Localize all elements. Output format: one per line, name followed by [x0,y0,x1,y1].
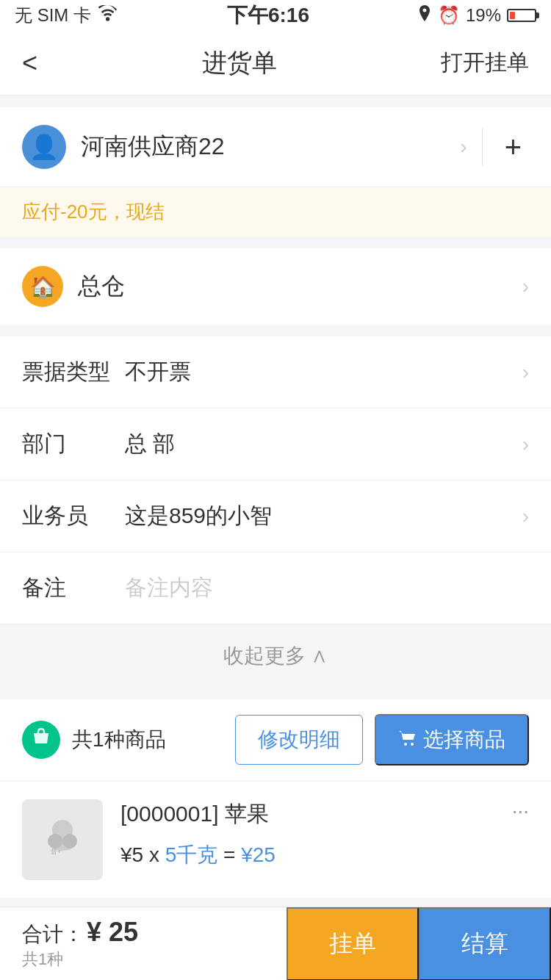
supplier-name: 河南供应商22 [81,131,460,163]
supplier-chevron-icon: › [460,135,467,159]
invoice-type-label: 票据类型 [22,357,110,387]
warehouse-icon-inner: 🏠 [30,275,56,299]
unit-price: ¥5 x [120,843,165,866]
svg-point-4 [48,834,62,849]
bottom-bar: 合计： ¥ 25 共1种 挂单 结算 [0,907,551,980]
hang-order-button[interactable]: 挂单 [287,907,419,981]
product-count-text: 共1种商品 [72,726,235,754]
invoice-type-chevron-icon: › [522,361,529,384]
total-amount: ¥ 25 [87,917,138,948]
invoice-type-row[interactable]: 票据类型 不开票 › [0,336,551,408]
status-time: 下午6:16 [227,1,309,29]
warehouse-chevron-icon: › [522,275,529,298]
supplier-divider [482,129,483,165]
location-icon [417,5,432,26]
product-bag-icon [31,727,51,753]
remark-row[interactable]: 备注 备注内容 [0,552,551,624]
select-product-label: 选择商品 [423,726,505,754]
warehouse-icon: 🏠 [22,266,63,307]
total-count: 共1种 [22,948,264,970]
battery-icon [507,9,536,22]
total-price: ¥25 [241,843,276,866]
edit-detail-button[interactable]: 修改明细 [235,715,363,765]
warehouse-name: 总仓 [78,270,522,303]
battery-percentage: 19% [466,5,501,26]
department-chevron-icon: › [522,433,529,456]
status-bar: 无 SIM 卡 下午6:16 ⏰ 19% [0,0,551,31]
quantity: 5千克 [165,843,218,866]
department-value: 总 部 [110,429,522,459]
wifi-icon [98,5,119,26]
product-thumbnail: 督+ [22,799,103,880]
remark-placeholder: 备注内容 [110,573,529,603]
supplier-row[interactable]: 👤 河南供应商22 › + [0,107,551,187]
carrier-label: 无 SIM 卡 [15,4,91,27]
page-title: 进货单 [202,46,277,80]
product-price: ¥5 x 5千克 = ¥25 [120,841,494,869]
status-left: 无 SIM 卡 [15,4,119,27]
collapse-toggle[interactable]: 收起更多 ∧ [0,624,551,688]
product-title: 苹果 [225,801,269,826]
salesperson-chevron-icon: › [522,505,529,528]
product-name: [0000001] 苹果 [120,799,494,829]
svg-point-0 [404,743,407,746]
supplier-notice: 应付-20元，现结 [0,187,551,237]
svg-text:督+: 督+ [51,848,61,855]
total-section: 合计： ¥ 25 共1种 [0,917,287,970]
remark-label: 备注 [22,573,110,603]
supplier-section: 👤 河南供应商22 › + 应付-20元，现结 [0,107,551,237]
department-label: 部门 [22,429,110,459]
svg-point-5 [62,834,77,849]
invoice-type-value: 不开票 [110,357,522,387]
product-more-button[interactable]: ··· [512,799,529,823]
product-info: [0000001] 苹果 ¥5 x 5千克 = ¥25 [120,799,494,869]
svg-point-1 [411,743,414,746]
select-product-button[interactable]: 选择商品 [375,714,529,765]
salesperson-row[interactable]: 业务员 这是859的小智 › [0,480,551,552]
product-header: 共1种商品 修改明细 选择商品 [0,699,551,780]
product-thumb-icon: 督+ [40,815,84,865]
product-count-icon [22,721,60,759]
status-right: ⏰ 19% [417,5,536,26]
alarm-icon: ⏰ [438,5,460,26]
cart-icon [398,729,417,752]
checkout-button[interactable]: 结算 [419,907,551,981]
supplier-avatar: 👤 [22,125,66,169]
department-row[interactable]: 部门 总 部 › [0,408,551,480]
add-supplier-button[interactable]: + [497,131,529,164]
total-label: 合计： [22,920,84,948]
nav-bar: < 进货单 打开挂单 [0,31,551,96]
equals: = [223,843,241,866]
open-pending-button[interactable]: 打开挂单 [441,48,529,78]
warehouse-row[interactable]: 🏠 总仓 › [0,248,551,325]
salesperson-value: 这是859的小智 [110,501,522,531]
salesperson-label: 业务员 [22,501,110,531]
back-button[interactable]: < [22,48,37,79]
supplier-avatar-icon: 👤 [29,133,59,161]
form-section: 票据类型 不开票 › 部门 总 部 › 业务员 这是859的小智 › 备注 备注… [0,336,551,624]
warehouse-section: 🏠 总仓 › [0,248,551,325]
product-code: [0000001] [120,801,225,826]
product-item: 督+ [0000001] 苹果 ¥5 x 5千克 = ¥25 ··· [0,782,551,898]
